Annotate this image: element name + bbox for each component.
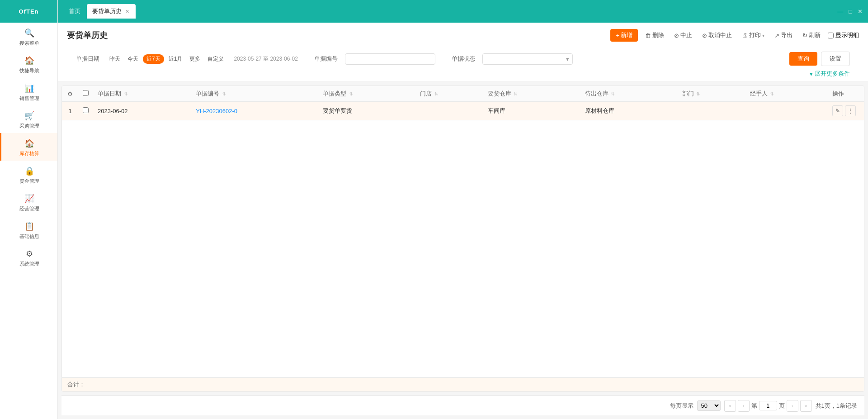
row-actions-cell: ✎ ⋮ bbox=[828, 102, 864, 120]
row-edit-icon[interactable]: ✎ bbox=[832, 105, 843, 116]
tab-close-icon[interactable]: ✕ bbox=[124, 8, 130, 15]
col-req-warehouse[interactable]: 要货仓库 ⇅ bbox=[483, 86, 580, 102]
col-dept-label: 部门 bbox=[682, 90, 694, 97]
refresh-icon: ↻ bbox=[802, 32, 807, 39]
col-store[interactable]: 门店 ⇅ bbox=[415, 86, 483, 102]
date-btn-yesterday[interactable]: 昨天 bbox=[107, 54, 123, 64]
col-bill-type-label: 单据类型 bbox=[323, 90, 346, 97]
row-bill-no-link[interactable]: YH-20230602-0 bbox=[196, 108, 237, 114]
row-more-icon[interactable]: ⋮ bbox=[845, 105, 856, 116]
tab-home[interactable]: 首页 bbox=[63, 4, 86, 19]
page-nav: « ‹ 第 页 › » bbox=[724, 400, 812, 412]
suspend-button[interactable]: ⊘ 中止 bbox=[671, 29, 695, 41]
delete-icon: 🗑 bbox=[645, 32, 651, 39]
cancel-suspend-label: 取消中止 bbox=[708, 31, 732, 39]
row-req-warehouse: 车间库 bbox=[488, 107, 505, 114]
status-select-wrapper bbox=[482, 53, 573, 65]
tab-requisition-history-label: 要货单历史 bbox=[92, 7, 122, 15]
display-detail-checkbox[interactable] bbox=[828, 33, 834, 38]
sidebar-logo: OfTEn bbox=[0, 0, 57, 23]
print-icon: 🖨 bbox=[742, 32, 748, 39]
date-btn-custom[interactable]: 自定义 bbox=[205, 54, 226, 64]
sidebar-item-quicknav[interactable]: 🏠 快捷导航 bbox=[0, 50, 57, 78]
status-select[interactable] bbox=[482, 53, 573, 65]
search-icon: 🔍 bbox=[24, 28, 34, 38]
row-checkbox[interactable] bbox=[83, 107, 89, 113]
col-date[interactable]: 单据日期 ⇅ bbox=[93, 86, 191, 102]
sort-icon: ⇅ bbox=[222, 91, 226, 96]
page-number-input[interactable] bbox=[759, 401, 777, 410]
last-page-btn[interactable]: » bbox=[800, 400, 812, 412]
total-label: 合计： bbox=[67, 381, 85, 388]
sidebar-item-finance[interactable]: 🔒 资金管理 bbox=[0, 161, 57, 188]
table-body: 1 2023-06-02 YH-20230602-0 bbox=[62, 102, 864, 120]
settings-col-header[interactable]: ⚙ bbox=[62, 86, 78, 102]
export-button[interactable]: ↗ 导出 bbox=[772, 29, 795, 41]
sidebar-item-purchase[interactable]: 🛒 采购管理 bbox=[0, 105, 57, 133]
settings-button[interactable]: 设置 bbox=[821, 52, 850, 66]
expand-icon: ▾ bbox=[810, 71, 813, 77]
sidebar-item-sales[interactable]: 📊 销售管理 bbox=[0, 78, 57, 105]
display-detail-toggle[interactable]: 显示明细 bbox=[828, 31, 859, 39]
prev-page-btn[interactable]: ‹ bbox=[738, 400, 750, 412]
refresh-button[interactable]: ↻ 刷新 bbox=[800, 29, 823, 41]
sidebar-item-basic[interactable]: 📋 基础信息 bbox=[0, 216, 57, 243]
delete-label: 删除 bbox=[652, 31, 664, 39]
sort-icon: ⇅ bbox=[124, 91, 127, 96]
main-area: 首页 要货单历史 ✕ — □ ✕ 要货单历史 + 新增 🗑 bbox=[58, 0, 868, 419]
sidebar-item-system[interactable]: ⚙ 系统管理 bbox=[0, 243, 57, 271]
new-button[interactable]: + 新增 bbox=[610, 29, 638, 42]
purchase-icon: 🛒 bbox=[24, 111, 34, 121]
page-header: 要货单历史 + 新增 🗑 删除 ⊘ 中止 ⊘ bbox=[58, 23, 868, 82]
row-bill-type-cell: 要货单要货 bbox=[318, 102, 415, 120]
page-title: 要货单历史 bbox=[67, 30, 108, 41]
col-pending-warehouse[interactable]: 待出仓库 ⇅ bbox=[580, 86, 678, 102]
next-page-btn[interactable]: › bbox=[787, 400, 798, 412]
select-all-checkbox[interactable] bbox=[83, 90, 89, 96]
sort-icon: ⇅ bbox=[696, 91, 700, 96]
row-pending-warehouse-cell: 原材料仓库 bbox=[580, 102, 678, 120]
delete-button[interactable]: 🗑 删除 bbox=[642, 29, 667, 41]
bill-no-input[interactable] bbox=[345, 53, 435, 65]
sales-icon: 📊 bbox=[24, 83, 34, 93]
col-dept[interactable]: 部门 ⇅ bbox=[678, 86, 745, 102]
sidebar-item-search[interactable]: 🔍 搜索菜单 bbox=[0, 23, 57, 50]
export-icon: ↗ bbox=[774, 32, 779, 39]
sidebar-item-operations[interactable]: 📈 经营管理 bbox=[0, 188, 57, 216]
date-btn-more[interactable]: 更多 bbox=[187, 54, 203, 64]
print-button[interactable]: 🖨 打印 ▾ bbox=[739, 29, 767, 41]
cancel-suspend-button[interactable]: ⊘ 取消中止 bbox=[699, 29, 735, 41]
row-dept-cell bbox=[678, 102, 745, 120]
tab-requisition-history[interactable]: 要货单历史 ✕ bbox=[87, 4, 136, 19]
row-actions: ✎ ⋮ bbox=[832, 105, 859, 116]
toolbar: + 新增 🗑 删除 ⊘ 中止 ⊘ 取消中止 bbox=[610, 29, 859, 42]
close-window-icon[interactable]: ✕ bbox=[858, 8, 863, 15]
query-button[interactable]: 查询 bbox=[789, 52, 817, 66]
date-btn-7days[interactable]: 近7天 bbox=[143, 54, 164, 64]
maximize-icon[interactable]: □ bbox=[849, 8, 852, 15]
col-bill-no[interactable]: 单据编号 ⇅ bbox=[191, 86, 318, 102]
date-filter-btns: 昨天 今天 近7天 近1月 更多 自定义 bbox=[107, 54, 226, 64]
date-btn-today[interactable]: 今天 bbox=[125, 54, 141, 64]
print-dropdown-icon: ▾ bbox=[762, 33, 764, 38]
page-size-select[interactable]: 10 20 50 100 bbox=[697, 400, 721, 411]
sidebar-item-label: 搜索菜单 bbox=[19, 40, 39, 47]
first-page-btn[interactable]: « bbox=[724, 400, 736, 412]
date-range-display: 2023-05-27 至 2023-06-02 bbox=[234, 55, 297, 63]
col-actions-label: 操作 bbox=[832, 90, 844, 97]
sidebar-item-label: 库存核算 bbox=[19, 150, 39, 157]
col-req-warehouse-label: 要货仓库 bbox=[488, 90, 511, 97]
col-handler[interactable]: 经手人 ⇅ bbox=[745, 86, 828, 102]
sort-icon: ⇅ bbox=[514, 91, 517, 96]
minimize-icon[interactable]: — bbox=[837, 8, 843, 15]
tab-home-label: 首页 bbox=[69, 7, 80, 15]
date-btn-1month[interactable]: 近1月 bbox=[166, 54, 185, 64]
row-bill-type: 要货单要货 bbox=[323, 107, 352, 114]
sidebar-item-label: 快捷导航 bbox=[19, 67, 39, 74]
expand-more-btn[interactable]: ▾ 展开更多条件 bbox=[810, 70, 850, 78]
col-actions: 操作 bbox=[828, 86, 864, 102]
sidebar-item-inventory[interactable]: 🏠 库存核算 bbox=[0, 133, 57, 161]
col-bill-type[interactable]: 单据类型 ⇅ bbox=[318, 86, 415, 102]
table-scroll[interactable]: ⚙ 单据日期 ⇅ 单据编号 ⇅ bbox=[62, 86, 864, 377]
operations-icon: 📈 bbox=[24, 194, 34, 204]
